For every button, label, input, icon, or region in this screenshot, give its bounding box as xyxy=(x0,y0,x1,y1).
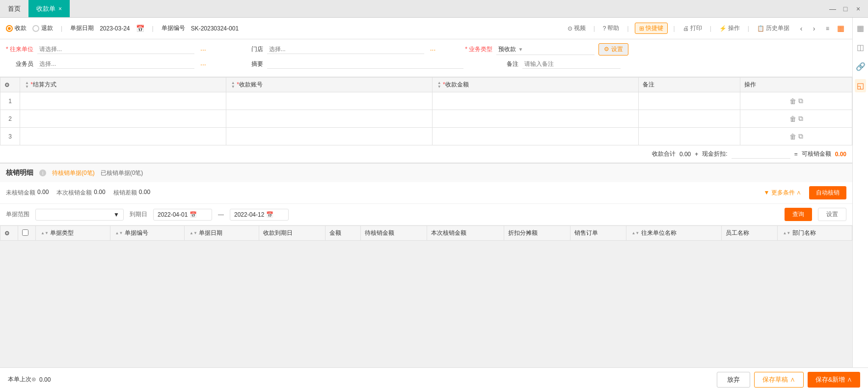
range-select[interactable]: ▼ xyxy=(35,209,124,221)
shortcut-btn[interactable]: ⊞ 快捷键 xyxy=(635,23,668,34)
tab-current[interactable]: 收款单 × xyxy=(28,0,70,17)
unverified-stat: 未核销金额 0.00 xyxy=(6,189,49,197)
date-from-picker[interactable]: 2022-04-01 📅 xyxy=(153,209,212,221)
sidebar-table-icon[interactable]: ▦ xyxy=(855,22,866,35)
delete-icon-1[interactable]: 🗑 xyxy=(789,97,796,105)
cell-amount-1[interactable] xyxy=(432,92,638,110)
video-btn[interactable]: ⊙ 视频 xyxy=(566,23,588,33)
col-discount: 折扣分摊额 xyxy=(504,226,570,241)
due-label: 到期日 xyxy=(130,210,147,219)
copy-icon-2[interactable]: ⧉ xyxy=(798,114,803,123)
maximize-btn[interactable]: □ xyxy=(840,3,851,15)
next-btn[interactable]: › xyxy=(808,23,820,34)
cell-settlement-1[interactable] xyxy=(20,92,226,110)
print-btn[interactable]: 🖨 打印 xyxy=(681,23,704,33)
prev-btn[interactable]: ‹ xyxy=(795,23,807,34)
tab-home[interactable]: 首页 xyxy=(0,0,28,17)
refund-radio-circle xyxy=(32,25,39,32)
salesman-input[interactable] xyxy=(37,59,194,69)
more-btn[interactable]: ▦ xyxy=(835,23,846,34)
footer-info: 本单上次⊙ 0.00 xyxy=(8,375,51,384)
sidebar-doc-icon[interactable]: ◫ xyxy=(855,41,866,54)
total-label: 收款合计 xyxy=(652,150,676,158)
help-btn[interactable]: ? 帮助 xyxy=(601,23,622,33)
abandon-btn[interactable]: 放弃 xyxy=(717,372,750,388)
done-tab[interactable]: 已核销单据(0笔) xyxy=(101,169,143,177)
col-remark: 备注 xyxy=(638,78,740,92)
sidebar-link-icon[interactable]: 🔗 xyxy=(854,60,868,73)
cell-remark-1[interactable] xyxy=(638,92,740,110)
counterpart-input[interactable] xyxy=(37,45,194,54)
discount-input[interactable] xyxy=(732,149,790,159)
salesman-more-btn[interactable]: ··· xyxy=(198,60,208,68)
discount-label: 现金折扣: xyxy=(702,150,727,158)
summary-input[interactable] xyxy=(267,59,463,69)
tab-bar: 首页 收款单 × — □ × xyxy=(0,0,868,18)
layout-btn[interactable]: ≡ xyxy=(824,24,831,33)
info-icon[interactable]: i xyxy=(39,169,46,176)
set-btn[interactable]: 设置 xyxy=(818,208,846,221)
save-btn[interactable]: 保存&新增 ∧ xyxy=(808,372,860,388)
right-sidebar: ▦ ◫ 🔗 ◱ xyxy=(852,18,868,391)
delete-icon-2[interactable]: 🗑 xyxy=(789,115,796,123)
refund-radio[interactable]: 退款 xyxy=(32,24,53,32)
cell-amount-3[interactable] xyxy=(432,128,638,145)
calendar-icon[interactable]: 📅 xyxy=(136,25,144,32)
copy-icon-1[interactable]: ⧉ xyxy=(798,97,803,105)
receipt-radio[interactable]: 收款 xyxy=(6,24,27,32)
range-label: 单据范围 xyxy=(6,210,29,219)
toolbar-right: ⊙ 视频 | ? 帮助 | ⊞ 快捷键 | 🖨 打印 | ⚡ 操作 xyxy=(566,23,846,34)
total-value: 0.00 xyxy=(679,151,691,158)
footer-actions: 放弃 保存草稿 ∧ 保存&新增 ∧ xyxy=(717,372,860,388)
filter-row: 单据范围 ▼ 到期日 2022-04-01 📅 — 2022-04-12 📅 查… xyxy=(0,204,852,225)
select-all-checkbox[interactable] xyxy=(22,229,28,236)
cell-account-3[interactable] xyxy=(226,128,432,145)
diff-value: 0.00 xyxy=(139,189,150,197)
bottom-settings-col[interactable]: ⚙ xyxy=(0,226,18,241)
unverified-value: 0.00 xyxy=(37,189,49,197)
footer: 本单上次⊙ 0.00 放弃 保存草稿 ∧ 保存&新增 ∧ xyxy=(0,367,868,391)
pending-tab[interactable]: 待核销单据(0笔) xyxy=(52,169,95,177)
table-settings-col[interactable]: ⚙ xyxy=(0,78,20,92)
cell-settlement-2[interactable] xyxy=(20,110,226,128)
query-btn[interactable]: 查询 xyxy=(785,208,812,221)
sidebar-corner-icon[interactable]: ◱ xyxy=(855,79,866,92)
date-to-picker[interactable]: 2022-04-12 📅 xyxy=(230,209,289,221)
receipt-radio-dot xyxy=(8,27,11,30)
auto-verify-btn[interactable]: 自动核销 xyxy=(809,186,846,199)
store-more-btn[interactable]: ··· xyxy=(428,46,438,54)
settings-btn[interactable]: ⚙ 设置 xyxy=(598,43,628,56)
range-arrow: ▼ xyxy=(113,211,119,218)
bottom-gear-icon[interactable]: ⚙ xyxy=(4,230,10,237)
business-type-dropdown[interactable]: 预收款 ▼ xyxy=(496,44,595,55)
draft-btn[interactable]: 保存草稿 ∧ xyxy=(754,372,804,388)
col-settlement: ▲▼ *结算方式 xyxy=(20,78,226,92)
counterpart-more-btn[interactable]: ··· xyxy=(198,46,208,54)
receipt-radio-circle xyxy=(6,25,13,32)
counterpart-label: * 往来单位 xyxy=(6,45,33,54)
minimize-btn[interactable]: — xyxy=(827,3,839,15)
bottom-label: 本单上次⊙ xyxy=(8,375,36,384)
cell-settlement-3[interactable] xyxy=(20,128,226,145)
cell-remark-2[interactable] xyxy=(638,110,740,128)
cell-account-2[interactable] xyxy=(226,110,432,128)
close-btn[interactable]: × xyxy=(852,3,864,15)
date-value: 2023-03-24 xyxy=(100,25,130,32)
store-label: 门店 xyxy=(236,45,263,54)
table-row: 2 🗑 ⧉ xyxy=(0,110,852,128)
delete-icon-3[interactable]: 🗑 xyxy=(789,133,796,140)
gear-icon[interactable]: ⚙ xyxy=(4,82,10,88)
form-row-1: * 往来单位 ··· 门店 ··· * 业务类型 预收款 ▼ ⚙ 设置 xyxy=(6,43,846,56)
history-btn[interactable]: 📋 历史单据 xyxy=(755,23,791,33)
remark-input[interactable] xyxy=(522,59,621,69)
copy-icon-3[interactable]: ⧉ xyxy=(798,132,803,140)
checkbox-col[interactable] xyxy=(18,226,36,241)
cell-remark-3[interactable] xyxy=(638,128,740,145)
tab-close-btn[interactable]: × xyxy=(58,5,62,12)
cell-account-1[interactable] xyxy=(226,92,432,110)
cell-amount-2[interactable] xyxy=(432,110,638,128)
more-filter-btn[interactable]: ▼ 更多条件 ∧ xyxy=(763,189,801,197)
store-input[interactable] xyxy=(267,45,424,54)
col-amount: ▲▼ *收款金额 xyxy=(432,78,638,92)
operation-btn[interactable]: ⚡ 操作 xyxy=(717,23,742,33)
